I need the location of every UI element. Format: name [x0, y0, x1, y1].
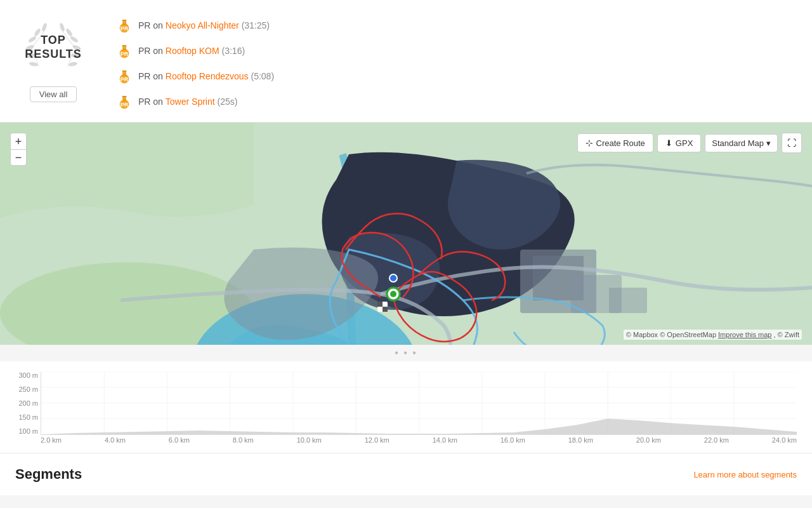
- result-link[interactable]: Rooftop KOM: [166, 46, 219, 56]
- map-attribution: © Mapbox © OpenStreetMap Improve this ma…: [624, 330, 802, 340]
- result-item: PR PR on Neokyo All-Nighter (31:25): [117, 18, 797, 33]
- result-text: PR on Rooftop KOM (3:16): [138, 46, 245, 56]
- segments-section: Segments Learn more about segments: [0, 453, 812, 495]
- result-time: (31:25): [239, 20, 270, 30]
- elev-x-label: 12.0 km: [365, 436, 390, 448]
- improve-map-link[interactable]: Improve this map: [718, 331, 771, 338]
- trophy-block: TOP RESULTS View all: [15, 13, 91, 102]
- segments-title: Segments: [15, 466, 82, 483]
- svg-text:PR: PR: [121, 76, 129, 83]
- result-item: PR PR on Tower Sprint (25s): [117, 94, 797, 109]
- learn-more-link[interactable]: Learn more about segments: [693, 470, 797, 479]
- elev-y-label: 250 m: [14, 385, 38, 393]
- elev-x-label: 10.0 km: [297, 436, 322, 448]
- elev-x-label: 14.0 km: [433, 436, 457, 448]
- top-results-title-line2: RESULTS: [25, 48, 82, 62]
- segments-header: Segments Learn more about segments: [15, 466, 797, 483]
- create-route-button[interactable]: ⊹ Create Route: [577, 133, 653, 152]
- download-icon: ⬇: [665, 138, 672, 148]
- elev-x-label: 22.0 km: [704, 436, 729, 448]
- result-item: PR PR on Rooftop Rendezvous (5:08): [117, 69, 797, 84]
- svg-rect-30: [609, 288, 647, 313]
- medal-icon: PR: [117, 43, 132, 58]
- map-background: [0, 123, 812, 345]
- result-time: (5:08): [249, 71, 274, 81]
- elev-y-label: 300 m: [14, 371, 38, 379]
- result-link[interactable]: Rooftop Rendezvous: [166, 71, 249, 81]
- drag-dots-icon: • • •: [395, 347, 417, 359]
- laurel-wrapper: TOP RESULTS: [18, 13, 88, 83]
- medal-icon: PR: [117, 69, 132, 84]
- svg-text:PR: PR: [121, 25, 129, 32]
- elev-y-label: 200 m: [14, 399, 38, 407]
- medal-icon: PR: [117, 18, 132, 33]
- create-route-label: Create Route: [596, 138, 645, 148]
- elev-x-label: 18.0 km: [568, 436, 593, 448]
- drag-handle[interactable]: • • •: [0, 345, 812, 361]
- route-icon: ⊹: [586, 138, 593, 148]
- map-toolbar: ⊹ Create Route ⬇ GPX Standard Map ▾ ⛶: [577, 133, 802, 153]
- elev-x-label: 24.0 km: [772, 436, 797, 448]
- svg-rect-42: [377, 302, 383, 307]
- gpx-button[interactable]: ⬇ GPX: [657, 134, 701, 152]
- mapbox-credit: © Mapbox © OpenStreetMap: [626, 331, 716, 338]
- elevation-section: 300 m250 m200 m150 m100 m: [0, 361, 812, 453]
- svg-point-3: [41, 22, 48, 32]
- map-container: + − ⊹ Create Route ⬇ GPX Standard Map ▾ …: [0, 123, 812, 345]
- svg-point-9: [59, 22, 65, 32]
- result-link[interactable]: Tower Sprint: [166, 97, 215, 107]
- result-text: PR on Rooftop Rendezvous (5:08): [138, 71, 274, 81]
- elev-x-label: 8.0 km: [233, 436, 254, 448]
- top-results-title-line1: TOP: [25, 34, 82, 48]
- zoom-in-button[interactable]: +: [10, 133, 27, 149]
- medal-icon: PR: [117, 94, 132, 109]
- elev-x-label: 6.0 km: [169, 436, 190, 448]
- map-zoom-controls: + −: [10, 133, 27, 166]
- result-text: PR on Tower Sprint (25s): [138, 97, 237, 107]
- svg-point-44: [390, 274, 397, 282]
- elevation-grid-svg: [41, 371, 797, 434]
- map-section: + − ⊹ Create Route ⬇ GPX Standard Map ▾ …: [0, 123, 812, 345]
- result-time: (25s): [215, 97, 238, 107]
- svg-text:PR: PR: [121, 102, 129, 108]
- zwift-credit: , © Zwift: [774, 331, 800, 338]
- standard-map-label: Standard Map: [712, 138, 764, 148]
- svg-text:PR: PR: [121, 51, 129, 57]
- result-item: PR PR on Rooftop KOM (3:16): [117, 43, 797, 58]
- svg-point-40: [390, 291, 396, 297]
- standard-map-button[interactable]: Standard Map ▾: [705, 134, 778, 152]
- gpx-label: GPX: [676, 138, 693, 148]
- result-text: PR on Neokyo All-Nighter (31:25): [138, 20, 270, 30]
- chevron-down-icon: ▾: [766, 138, 771, 148]
- view-all-button[interactable]: View all: [30, 86, 77, 102]
- results-list: PR PR on Neokyo All-Nighter (31:25) PR P…: [117, 13, 797, 109]
- elevation-grid: [41, 371, 797, 435]
- elevation-x-labels: 2.0 km4.0 km6.0 km8.0 km10.0 km12.0 km14…: [41, 436, 797, 448]
- elev-x-label: 4.0 km: [105, 436, 126, 448]
- fullscreen-button[interactable]: ⛶: [782, 133, 802, 153]
- elev-x-label: 20.0 km: [636, 436, 661, 448]
- elev-x-label: 16.0 km: [501, 436, 525, 448]
- elevation-chart: 300 m250 m200 m150 m100 m: [41, 371, 797, 448]
- svg-rect-43: [383, 307, 388, 312]
- fullscreen-icon: ⛶: [787, 138, 796, 148]
- elev-y-label: 100 m: [14, 427, 38, 435]
- top-results-section: TOP RESULTS View all PR PR on Neokyo All…: [0, 0, 812, 123]
- zoom-out-button[interactable]: −: [10, 149, 27, 166]
- result-link[interactable]: Neokyo All-Nighter: [166, 20, 239, 30]
- elev-x-label: 2.0 km: [41, 436, 62, 448]
- trophy-text: TOP RESULTS: [25, 34, 82, 61]
- result-time: (3:16): [219, 46, 245, 56]
- elev-y-label: 150 m: [14, 413, 38, 421]
- elevation-y-labels: 300 m250 m200 m150 m100 m: [14, 371, 38, 435]
